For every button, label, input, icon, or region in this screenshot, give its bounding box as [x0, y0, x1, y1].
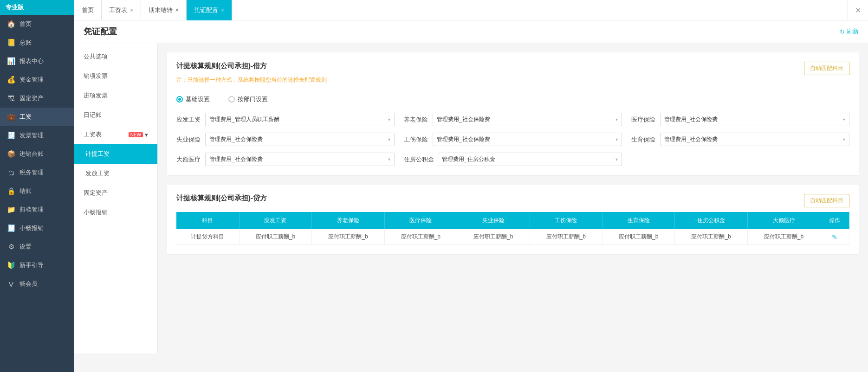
- left-nav-journal[interactable]: 日记账: [74, 105, 157, 125]
- chevron-down-icon-7: ▾: [388, 157, 390, 162]
- form-select-injury[interactable]: 管理费用_社会保险费 ▾: [433, 133, 622, 146]
- left-nav-cancel-invoice-label: 销项发票: [84, 72, 108, 79]
- right-panel: 计提核算规则(公司承担)-借方 注：只能选择一种方式，系统将按照您当前的选择来配…: [158, 43, 868, 353]
- sidebar-item-settings[interactable]: ⚙ 设置: [0, 237, 74, 256]
- sidebar-item-report[interactable]: 📊 报表中心: [0, 52, 74, 71]
- section1-header: 计提核算规则(公司承担)-借方 注：只能选择一种方式，系统将按照您当前的选择来配…: [176, 62, 849, 91]
- sidebar-item-assets[interactable]: 🏗 固定资产: [0, 89, 74, 108]
- chevron-down-icon-3: ▾: [843, 117, 845, 122]
- sidebar-label-settings: 设置: [19, 243, 32, 251]
- tab-home-label: 首页: [82, 6, 94, 14]
- topbar-close-button[interactable]: ✕: [848, 0, 868, 20]
- th-subject: 科目: [176, 212, 239, 229]
- left-nav-pay-salary[interactable]: 发放工资: [74, 164, 157, 183]
- th-maternity: 生育保险: [602, 212, 674, 229]
- form-select-housing-value: 管理费用_住房公积金: [442, 155, 495, 163]
- chevron-down-icon-4: ▾: [388, 137, 390, 142]
- new-badge: NEW: [129, 132, 143, 137]
- tab-period-close[interactable]: 期末结转 ×: [141, 0, 187, 20]
- tab-period-close-close[interactable]: ×: [175, 7, 179, 13]
- page-title: 凭证配置: [84, 26, 117, 37]
- form-item-empty: [631, 153, 849, 166]
- th-action: 操作: [820, 212, 849, 229]
- form-select-housing[interactable]: 管理费用_住房公积金 ▾: [438, 153, 622, 166]
- td-major-medical: 应付职工薪酬_b: [747, 229, 820, 245]
- edit-icon[interactable]: ✎: [832, 233, 837, 241]
- sidebar-item-guide[interactable]: 🔰 新手引导: [0, 256, 74, 275]
- sidebar-item-tax[interactable]: 🗂 税务管理: [0, 163, 74, 182]
- sidebar-item-archive[interactable]: 📁 归档管理: [0, 200, 74, 219]
- form-item-housing: 住房公积金 管理费用_住房公积金 ▾: [404, 153, 622, 166]
- sidebar-item-home[interactable]: 🏠 首页: [0, 15, 74, 33]
- sidebar-item-ledger[interactable]: 📒 总账: [0, 33, 74, 52]
- radio-group: 基础设置 按部门设置: [176, 95, 849, 103]
- refresh-icon: ↻: [840, 28, 845, 35]
- form-select-salary-value: 管理费用_管理人员职工薪酬: [209, 115, 279, 123]
- app-edition: 专业版: [6, 3, 24, 12]
- section2-header: 计提核算规则(公司承担)-贷方 自动匹配科目: [176, 194, 849, 208]
- tab-salary-table-close[interactable]: ×: [130, 7, 133, 13]
- sidebar-item-stock[interactable]: 📦 进销台账: [0, 145, 74, 163]
- left-nav-fixed-assets[interactable]: 固定资产: [74, 183, 157, 203]
- settings-icon: ⚙: [6, 243, 16, 251]
- guide-icon: 🔰: [6, 261, 16, 269]
- form-label-housing: 住房公积金: [404, 155, 434, 164]
- sidebar-item-capital[interactable]: 💰 资金管理: [0, 71, 74, 89]
- sidebar-header: 专业版: [0, 0, 74, 15]
- left-nav-salary-table-label: 工资表: [84, 130, 102, 139]
- radio-basic-label: 基础设置: [186, 95, 210, 103]
- left-nav-cancel-invoice[interactable]: 销项发票: [74, 66, 157, 86]
- form-select-pension[interactable]: 管理费用_社会保险费 ▾: [433, 113, 622, 126]
- vip-icon: V: [6, 280, 16, 288]
- th-housing: 住房公积金: [675, 212, 747, 229]
- left-nav-public[interactable]: 公共选项: [74, 47, 157, 66]
- sidebar-label-invoice: 发票管理: [19, 131, 44, 140]
- sidebar-item-close[interactable]: 🔒 结账: [0, 182, 74, 200]
- td-medical: 应付职工薪酬_b: [384, 229, 457, 245]
- tab-salary-table[interactable]: 工资表 ×: [102, 0, 141, 20]
- layout: 公共选项 销项发票 进项发票 日记账 工资表 NEW ▾: [74, 43, 868, 353]
- sidebar-item-salary[interactable]: 💼 工资: [0, 108, 74, 126]
- form-select-unemployment[interactable]: 管理费用_社会保险费 ▾: [205, 133, 395, 146]
- radio-dept[interactable]: 按部门设置: [228, 95, 268, 103]
- sidebar-item-invoice[interactable]: 🧾 发票管理: [0, 126, 74, 145]
- form-select-maternity[interactable]: 管理费用_社会保险费 ▾: [660, 133, 849, 146]
- form-select-major-medical-value: 管理费用_社会保险费: [209, 155, 263, 163]
- form-item-maternity: 生育保险 管理费用_社会保险费 ▾: [631, 133, 849, 146]
- auto-match-btn-2[interactable]: 自动匹配科目: [804, 194, 849, 207]
- section2-card: 计提核算规则(公司承担)-贷方 自动匹配科目 科目 应发工资 养老保险 医疗保险…: [167, 185, 859, 254]
- section2-title: 计提核算规则(公司承担)-贷方: [176, 194, 267, 203]
- td-subject: 计提贷方科目: [176, 229, 239, 245]
- tax-icon: 🗂: [6, 169, 16, 177]
- auto-match-btn-1[interactable]: 自动匹配科目: [804, 62, 849, 75]
- report-icon: 📊: [6, 57, 16, 65]
- left-nav-enter-invoice[interactable]: 进项发票: [74, 86, 157, 105]
- sidebar: 专业版 🏠 首页 📒 总账 📊 报表中心 💰 资金管理 🏗 固定资产 💼 工资 …: [0, 0, 74, 372]
- assets-icon: 🏗: [6, 95, 16, 103]
- table-row: 计提贷方科目 应付职工薪酬_b 应付职工薪酬_b 应付职工薪酬_b 应付职工薪酬…: [176, 229, 849, 245]
- form-item-injury: 工伤保险 管理费用_社会保险费 ▾: [404, 133, 622, 146]
- section1-title: 计提核算规则(公司承担)-借方: [176, 62, 327, 71]
- td-action[interactable]: ✎: [820, 229, 849, 245]
- tab-voucher-config-label: 凭证配置: [194, 6, 218, 14]
- left-nav-xiaochang-expense[interactable]: 小畅报销: [74, 203, 157, 222]
- sidebar-label-stock: 进销台账: [19, 150, 44, 158]
- sidebar-item-vip[interactable]: V 畅会员: [0, 275, 74, 293]
- left-nav-salary-table[interactable]: 工资表 NEW ▾: [74, 125, 157, 144]
- form-select-injury-value: 管理费用_社会保险费: [437, 135, 490, 143]
- tab-voucher-config-close[interactable]: ×: [221, 7, 224, 13]
- form-select-medical-value: 管理费用_社会保险费: [664, 115, 718, 123]
- form-select-salary[interactable]: 管理费用_管理人员职工薪酬 ▾: [205, 113, 395, 126]
- refresh-button[interactable]: ↻ 刷新: [840, 27, 859, 36]
- tab-home[interactable]: 首页: [74, 0, 102, 20]
- form-select-major-medical[interactable]: 管理费用_社会保险费 ▾: [205, 153, 395, 166]
- form-select-medical[interactable]: 管理费用_社会保险费 ▾: [660, 113, 849, 126]
- tab-voucher-config[interactable]: 凭证配置 ×: [187, 0, 232, 20]
- left-nav-calc-salary[interactable]: 计提工资: [74, 144, 157, 164]
- chevron-down-icon-6: ▾: [843, 137, 845, 142]
- sidebar-item-xiaochang[interactable]: 🧾 小畅报销: [0, 219, 74, 237]
- form-label-injury: 工伤保险: [404, 135, 429, 144]
- radio-basic[interactable]: 基础设置: [176, 95, 210, 103]
- th-major-medical: 大额医疗: [747, 212, 820, 229]
- archive-icon: 📁: [6, 205, 16, 214]
